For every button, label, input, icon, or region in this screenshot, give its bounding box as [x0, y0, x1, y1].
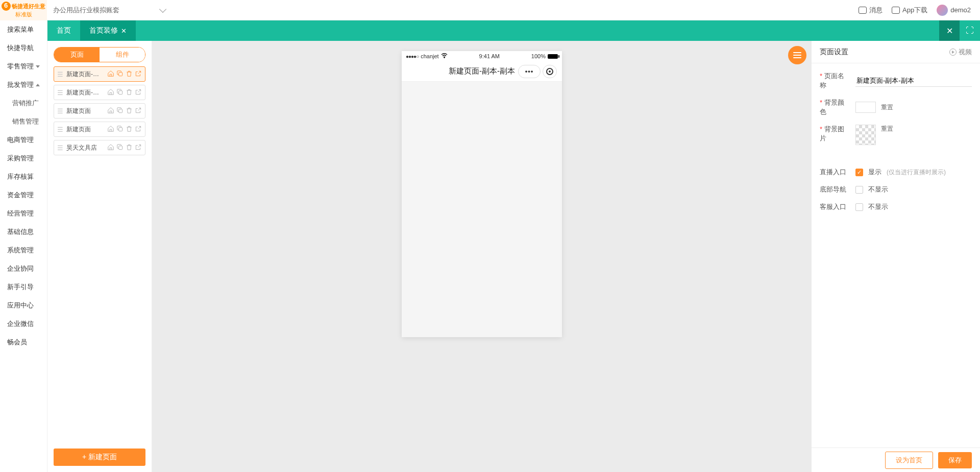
svg-rect-3 [119, 127, 122, 131]
page-item-name: 新建页面 [66, 125, 104, 134]
sidebar-item-quicknav[interactable]: 快捷导航 [0, 39, 47, 57]
delete-icon[interactable] [126, 144, 133, 152]
live-entry-checkbox[interactable]: ✓ [855, 169, 863, 176]
account-selector-label: 办公用品行业模拟账套 [53, 6, 119, 15]
video-help-button[interactable]: 视频 [949, 48, 972, 57]
tab-home[interactable]: 首页 [47, 20, 80, 41]
live-entry-checkbox-label: 显示 [868, 168, 881, 177]
copy-icon[interactable] [116, 88, 124, 97]
home-icon[interactable] [107, 70, 114, 79]
sidebar-item-finance[interactable]: 资金管理 [0, 186, 47, 204]
segment-page[interactable]: 页面 [54, 48, 100, 62]
signal-icon: ●●●●○ [406, 54, 419, 59]
external-link-icon[interactable] [135, 88, 142, 97]
sidebar-item-collab[interactable]: 企业协同 [0, 259, 47, 278]
right-panel: 页面设置 视频 *页面名称 *背景颜色 重置 [812, 41, 980, 472]
fullscreen-button[interactable]: ⛶ [960, 20, 980, 41]
sidebar-item-guide[interactable]: 新手引导 [0, 278, 47, 296]
sidebar-item-wechat[interactable]: 企业微信 [0, 315, 47, 333]
sidebar: 搜索菜单 快捷导航 零售管理 批发管理 营销推广 销售管理 电商管理 采购管理 … [0, 20, 47, 472]
external-link-icon[interactable] [135, 125, 142, 134]
page-list-item[interactable]: ☰新建页面 [54, 103, 145, 119]
sidebar-item-inventory[interactable]: 库存核算 [0, 168, 47, 186]
svg-rect-0 [119, 72, 122, 76]
bg-image-reset[interactable]: 重置 [881, 125, 893, 133]
home-icon[interactable] [107, 144, 114, 152]
chevron-down-icon [159, 5, 166, 12]
sidebar-item-basic[interactable]: 基础信息 [0, 223, 47, 241]
sidebar-item-wholesale[interactable]: 批发管理 [0, 76, 47, 94]
new-page-button[interactable]: + 新建页面 [54, 449, 145, 466]
phone-body[interactable] [402, 82, 562, 337]
copy-icon[interactable] [116, 107, 124, 115]
service-entry-checkbox[interactable] [855, 203, 863, 211]
home-icon[interactable] [107, 107, 114, 115]
page-list-item[interactable]: ☰昊天文具店 [54, 140, 145, 155]
sidebar-item-business[interactable]: 经营管理 [0, 204, 47, 223]
bg-image-swatch[interactable] [855, 125, 876, 145]
home-icon[interactable] [107, 125, 114, 134]
sidebar-item-ecommerce[interactable]: 电商管理 [0, 131, 47, 149]
caret-up-icon [36, 84, 40, 86]
sidebar-item-system[interactable]: 系统管理 [0, 241, 47, 259]
account-selector[interactable]: 办公用品行业模拟账套 [53, 6, 165, 15]
bottom-nav-checkbox-label: 不显示 [868, 185, 888, 194]
sidebar-subitem-sales[interactable]: 销售管理 [0, 112, 47, 131]
drag-handle-icon[interactable]: ☰ [57, 145, 63, 151]
live-entry-label: 直播入口 [820, 168, 850, 177]
sidebar-item-appcenter[interactable]: 应用中心 [0, 296, 47, 315]
set-home-button[interactable]: 设为首页 [885, 452, 933, 469]
sidebar-subitem-marketing[interactable]: 营销推广 [0, 94, 47, 112]
drag-handle-icon[interactable]: ☰ [57, 126, 63, 133]
delete-icon[interactable] [126, 70, 133, 79]
page-list-item[interactable]: ☰新建页面-副本-... [54, 66, 145, 82]
external-link-icon[interactable] [135, 144, 142, 152]
segment-component[interactable]: 组件 [100, 48, 145, 62]
wifi-icon [441, 53, 448, 59]
sidebar-item-member[interactable]: 畅会员 [0, 333, 47, 351]
external-link-icon[interactable] [135, 107, 142, 115]
sidebar-item-purchase[interactable]: 采购管理 [0, 149, 47, 168]
save-button[interactable]: 保存 [938, 452, 972, 468]
tabbar-close-button[interactable]: ✕ [939, 20, 960, 41]
bottom-nav-checkbox[interactable] [855, 186, 863, 194]
service-entry-checkbox-label: 不显示 [868, 202, 888, 211]
drag-handle-icon[interactable]: ☰ [57, 89, 63, 96]
app-download-button[interactable]: App下载 [892, 6, 927, 15]
page-item-name: 新建页面-副本 [66, 88, 104, 97]
miniprogram-capsule[interactable]: ••• [518, 65, 541, 78]
service-entry-label: 客服入口 [820, 202, 850, 211]
close-icon[interactable]: ✕ [121, 27, 127, 35]
copy-icon[interactable] [116, 70, 124, 79]
miniprogram-close[interactable] [543, 65, 557, 78]
home-icon[interactable] [107, 88, 114, 97]
logo[interactable]: 畅捷通好生意 标准版 [0, 0, 47, 20]
drag-handle-icon[interactable]: ☰ [57, 108, 63, 114]
external-link-icon[interactable] [135, 70, 142, 79]
page-name-input[interactable] [855, 75, 972, 87]
collapse-panel-button[interactable] [788, 46, 806, 64]
delete-icon[interactable] [126, 125, 133, 134]
copy-icon[interactable] [116, 125, 124, 134]
page-name-row: *页面名称 [820, 72, 972, 90]
battery-icon [548, 54, 558, 59]
delete-icon[interactable] [126, 88, 133, 97]
user-menu[interactable]: demo2 [937, 5, 971, 16]
bg-color-reset[interactable]: 重置 [881, 103, 893, 112]
app-download-label: App下载 [902, 6, 927, 15]
sidebar-item-retail[interactable]: 零售管理 [0, 57, 47, 76]
page-list-item[interactable]: ☰新建页面 [54, 122, 145, 137]
delete-icon[interactable] [126, 107, 133, 115]
phone-icon [892, 7, 900, 14]
drag-handle-icon[interactable]: ☰ [57, 71, 63, 78]
bg-color-swatch[interactable] [855, 102, 876, 113]
svg-rect-4 [119, 146, 122, 149]
messages-button[interactable]: 消息 [859, 6, 883, 15]
logo-icon [2, 2, 11, 11]
page-list-item[interactable]: ☰新建页面-副本 [54, 85, 145, 100]
logo-subtitle: 标准版 [15, 11, 32, 18]
tab-homepage-decorate[interactable]: 首页装修 ✕ [80, 20, 136, 41]
phone-time: 9:41 AM [479, 53, 500, 59]
copy-icon[interactable] [116, 144, 124, 152]
sidebar-item-search[interactable]: 搜索菜单 [0, 20, 47, 39]
